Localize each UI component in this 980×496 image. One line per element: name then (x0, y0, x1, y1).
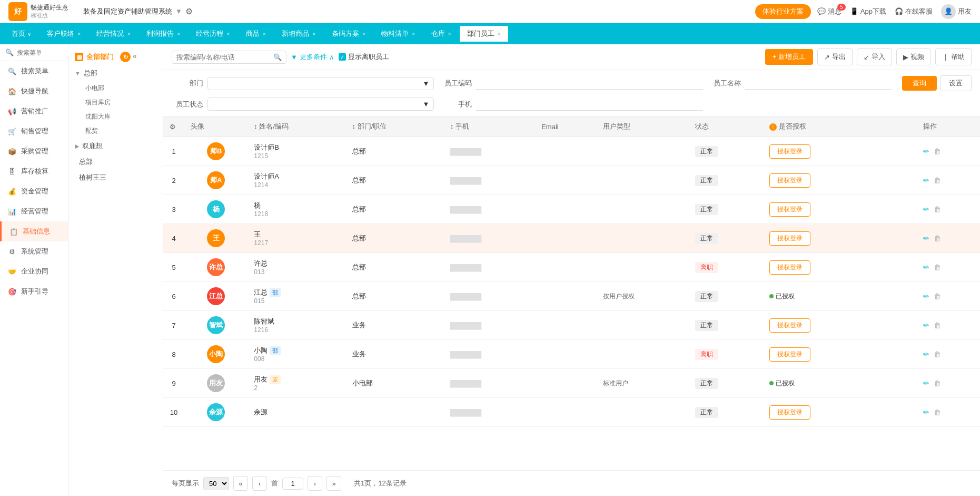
auth-button[interactable]: 授权登录 (769, 231, 810, 246)
setup-button[interactable]: 设置 (940, 75, 972, 91)
first-page-button[interactable]: « (233, 476, 248, 491)
export-button[interactable]: ↗ 导出 (817, 48, 853, 65)
tab-close-icon[interactable]: × (77, 31, 81, 37)
sidebar-item-search-menu[interactable]: 🔍搜索菜单 (0, 61, 68, 81)
navtab-首页[interactable]: 首页 ∨ (4, 26, 38, 42)
sidebar-item-inventory[interactable]: 🗄库存核算 (0, 161, 68, 181)
navtab-经营历程[interactable]: 经营历程 × (189, 26, 237, 42)
next-page-button[interactable]: › (308, 476, 322, 491)
sidebar-item-collab[interactable]: 🤝企业协同 (0, 261, 68, 281)
col-phone[interactable]: ↕ 手机 (444, 116, 535, 137)
dept-sub-item-peihuo[interactable]: 配货 (68, 124, 163, 138)
tab-close-icon[interactable]: × (448, 31, 451, 37)
auth-button[interactable]: 授权登录 (769, 347, 810, 362)
status-select[interactable]: ▼ (207, 98, 434, 111)
delete-icon[interactable]: 🗑 (934, 234, 941, 242)
auth-button[interactable]: 授权登录 (769, 260, 810, 275)
navtab-新增商品[interactable]: 新增商品 × (274, 26, 323, 42)
tab-close-icon[interactable]: × (263, 31, 266, 37)
dept-all-label[interactable]: 全部部门 (86, 52, 114, 62)
dept-item-zongbu[interactable]: ▼ 总部 (68, 65, 163, 81)
delete-icon[interactable]: 🗑 (934, 350, 941, 358)
tab-close-icon[interactable]: × (177, 31, 180, 37)
sidebar-item-guide[interactable]: 🎯新手引导 (0, 281, 68, 302)
navtab-条码方案[interactable]: 条码方案 × (324, 26, 373, 42)
edit-icon[interactable]: ✏ (923, 379, 929, 387)
message-button[interactable]: 💬 消息 5 (817, 7, 842, 16)
sidebar-item-marketing[interactable]: 📢营销推广 (0, 101, 68, 121)
auth-button[interactable]: 授权登录 (769, 202, 810, 217)
edit-icon[interactable]: ✏ (923, 147, 929, 155)
auth-button[interactable]: 授权登录 (769, 318, 810, 333)
delete-icon[interactable]: 🗑 (934, 263, 941, 271)
dept-select[interactable]: ▼ (207, 77, 434, 90)
edit-icon[interactable]: ✏ (923, 234, 929, 242)
edit-icon[interactable]: ✏ (923, 292, 929, 300)
edit-icon[interactable]: ✏ (923, 350, 929, 358)
delete-icon[interactable]: 🗑 (934, 176, 941, 184)
auth-button[interactable]: 授权登录 (769, 405, 810, 420)
sidebar-item-purchase[interactable]: 📦采购管理 (0, 141, 68, 161)
more-filter-button[interactable]: ▼ 更多条件 ∧ (291, 52, 334, 62)
employee-name-input[interactable] (745, 77, 892, 90)
gear-icon[interactable]: ⚙ (185, 6, 193, 16)
dept-collapse-icon[interactable]: « (133, 52, 137, 62)
navtab-仓库[interactable]: 仓库 × (424, 26, 459, 42)
show-resigned-checkbox[interactable]: ✓ 显示离职员工 (339, 52, 389, 62)
edit-icon[interactable]: ✏ (923, 263, 929, 271)
dept-item-zhishu[interactable]: 植树王三 (68, 170, 163, 186)
tab-close-icon[interactable]: × (412, 31, 415, 37)
auth-button[interactable]: 授权登录 (769, 144, 810, 159)
last-page-button[interactable]: » (326, 476, 341, 491)
dept-refresh-icon[interactable]: ↻ (120, 52, 131, 62)
edit-icon[interactable]: ✏ (923, 205, 929, 213)
sidebar-item-basic-info[interactable]: 📋基础信息 (0, 221, 68, 241)
online-service-button[interactable]: 🎧 在线客服 (895, 7, 933, 16)
sidebar-item-system[interactable]: ⚙系统管理 (0, 241, 68, 261)
navtab-经营情况[interactable]: 经营情况 × (89, 26, 137, 42)
edit-icon[interactable]: ✏ (923, 408, 929, 416)
col-name[interactable]: ↕ 姓名/编码 (248, 116, 345, 137)
sidebar-item-sales[interactable]: 🛒销售管理 (0, 121, 68, 141)
phone-input[interactable] (476, 98, 702, 111)
trial-button[interactable]: 体验行业方案 (755, 4, 811, 19)
dept-sub-item-xiangmu[interactable]: 项目库房 (68, 95, 163, 110)
sidebar-item-operation[interactable]: 📊经营管理 (0, 201, 68, 221)
prev-page-button[interactable]: ‹ (252, 476, 267, 491)
dept-item-shuangluxiang[interactable]: ▶ 双鹿想 (68, 138, 163, 154)
add-employee-button[interactable]: + 新增员工 (765, 49, 813, 65)
dept-sub-item-xiaodian[interactable]: 小电部 (68, 81, 163, 95)
user-menu[interactable]: 👤 用友 (941, 4, 972, 19)
delete-icon[interactable]: 🗑 (934, 408, 941, 416)
query-button[interactable]: 查询 (902, 76, 937, 91)
dropdown-arrow-icon[interactable]: ▼ (175, 7, 182, 15)
auth-button[interactable]: 授权登录 (769, 173, 810, 188)
delete-icon[interactable]: 🗑 (934, 205, 941, 213)
delete-icon[interactable]: 🗑 (934, 379, 941, 387)
sidebar-item-quick-nav[interactable]: 🏠快捷导航 (0, 81, 68, 101)
edit-icon[interactable]: ✏ (923, 321, 929, 329)
tab-close-icon[interactable]: × (498, 31, 501, 37)
navtab-物料清单[interactable]: 物料清单 × (374, 26, 422, 42)
tab-close-icon[interactable]: × (127, 31, 130, 37)
tab-close-icon[interactable]: × (312, 31, 315, 37)
app-download-button[interactable]: 📱 App下载 (850, 7, 886, 16)
col-settings[interactable]: ⚙ (163, 116, 184, 137)
edit-icon[interactable]: ✏ (923, 176, 929, 184)
employee-code-input[interactable] (476, 77, 702, 90)
delete-icon[interactable]: 🗑 (934, 147, 941, 155)
dept-item-zongbu2[interactable]: 总部 (68, 154, 163, 170)
delete-icon[interactable]: 🗑 (934, 321, 941, 329)
delete-icon[interactable]: 🗑 (934, 292, 941, 300)
navtab-商品[interactable]: 商品 × (239, 26, 273, 42)
tab-close-icon[interactable]: × (362, 31, 365, 37)
navtab-利润报告[interactable]: 利润报告 × (139, 26, 187, 42)
sidebar-item-finance[interactable]: 💰资金管理 (0, 181, 68, 201)
help-button[interactable]: ｜ 帮助 (935, 48, 972, 65)
view-button[interactable]: ▶ 视频 (896, 48, 931, 65)
dept-sub-item-shenyang[interactable]: 沈阳大库 (68, 110, 163, 124)
search-submit-icon[interactable]: 🔍 (273, 53, 282, 61)
search-input[interactable] (176, 53, 271, 61)
tab-close-icon[interactable]: × (226, 31, 230, 37)
navtab-客户联络[interactable]: 客户联络 × (39, 26, 88, 42)
